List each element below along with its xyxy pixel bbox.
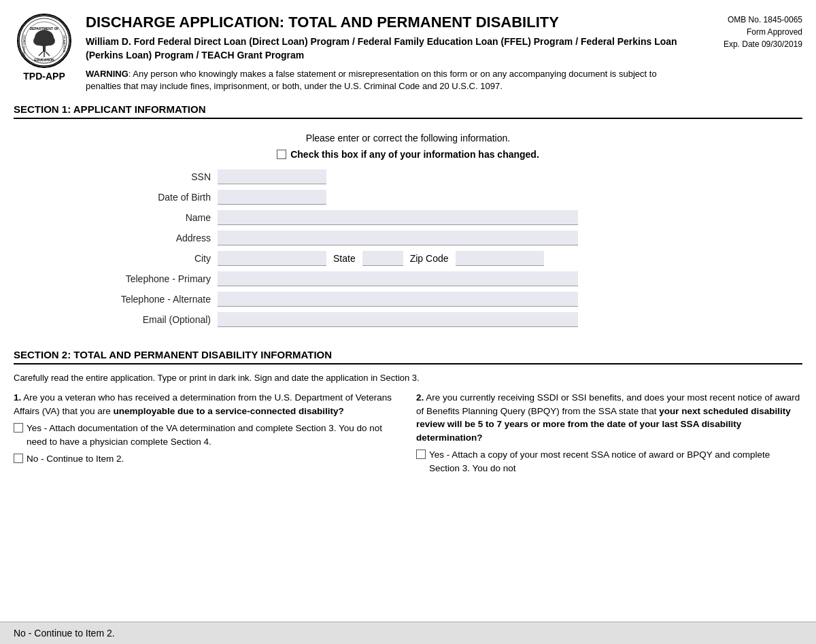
info-changed-row: Check this box if any of your informatio… [14,149,802,160]
question2-text: 2. Are you currently receiving SSDI or S… [416,391,802,444]
page-header: DEPARTMENT OF EDUCATION UNITED STATES OF… [14,14,802,92]
omb-expdate: Exp. Date 09/30/2019 [694,38,802,50]
city-label: City [14,253,218,264]
svg-text:UNITED STATES: UNITED STATES [22,35,26,56]
svg-text:OF AMERICA: OF AMERICA [63,35,66,52]
email-input[interactable] [218,312,578,327]
address-input[interactable] [218,231,578,245]
q2-yes-text: Yes - Attach a copy of your most recent … [429,448,802,475]
section2-note: Carefully read the entire application. T… [14,373,802,383]
name-label: Name [14,212,218,223]
info-changed-label: Check this box if any of your informatio… [290,149,539,160]
program-subtitle: William D. Ford Federal Direct Loan (Dir… [86,35,683,62]
form-instruction: Please enter or correct the following in… [14,133,802,143]
form-code: TPD-APP [23,71,65,82]
svg-text:EDUCATION: EDUCATION [34,58,54,62]
address-label: Address [14,233,218,243]
q1-yes-text: Yes - Attach documentation of the VA det… [27,422,400,448]
zip-input[interactable] [456,251,544,266]
section1-form: Please enter or correct the following in… [14,127,802,338]
header-content: DISCHARGE APPLICATION: TOTAL AND PERMANE… [86,14,683,92]
tel-alternate-label: Telephone - Alternate [14,294,218,305]
dob-row: Date of Birth [14,190,802,205]
svg-point-6 [44,36,55,46]
question2-col: 2. Are you currently receiving SSDI or S… [416,391,802,475]
omb-number: OMB No. 1845-0065 [694,14,802,26]
email-row: Email (Optional) [14,312,802,327]
section2-heading: SECTION 2: TOTAL AND PERMANENT DISABILIT… [14,349,802,365]
question1-text: 1. Are you a veteran who has received a … [14,391,400,418]
tel-primary-label: Telephone - Primary [14,273,218,284]
dob-label: Date of Birth [14,192,218,203]
q1-no-checkbox[interactable] [14,454,23,463]
state-input[interactable] [362,251,403,266]
tel-alternate-input[interactable] [218,292,578,307]
info-changed-checkbox[interactable] [277,150,286,159]
address-row: Address [14,231,802,245]
tel-primary-row: Telephone - Primary [14,271,802,286]
svg-point-5 [33,36,44,46]
ssn-row: SSN [14,169,802,184]
city-state-zip-row: City State Zip Code [14,251,802,266]
question1-col: 1. Are you a veteran who has received a … [14,391,400,475]
warning-label: WARNING [86,69,129,79]
q1-no-text: No - Continue to Item 2. [27,452,124,466]
svg-text:DEPARTMENT OF: DEPARTMENT OF [30,27,59,31]
section1-heading: SECTION 1: APPLICANT INFORMATION [14,103,802,119]
tel-alternate-row: Telephone - Alternate [14,292,802,307]
q2-yes-checkbox[interactable] [416,450,426,459]
state-label: State [330,253,358,264]
omb-approved: Form Approved [694,26,802,38]
zip-label: Zip Code [407,253,452,264]
warning-text: WARNING: Any person who knowingly makes … [86,68,683,92]
warning-body: : Any person who knowingly makes a false… [86,69,657,91]
city-state-zip-group: State Zip Code [218,251,544,266]
email-label: Email (Optional) [14,314,218,325]
department-seal: DEPARTMENT OF EDUCATION UNITED STATES OF… [17,14,71,68]
ssn-input[interactable] [218,169,326,184]
q1-yes-checkbox[interactable] [14,423,23,433]
ssn-label: SSN [14,171,218,182]
name-row: Name [14,210,802,225]
dob-input[interactable] [218,190,326,205]
city-input[interactable] [218,251,326,266]
omb-info: OMB No. 1845-0065 Form Approved Exp. Dat… [694,14,802,50]
name-input[interactable] [218,210,578,225]
q1-no-row: No - Continue to Item 2. [14,452,400,466]
page-title: DISCHARGE APPLICATION: TOTAL AND PERMANE… [86,14,683,31]
tel-primary-input[interactable] [218,271,578,286]
q1-yes-row: Yes - Attach documentation of the VA det… [14,422,400,448]
q2-yes-row: Yes - Attach a copy of your most recent … [416,448,802,475]
logo-area: DEPARTMENT OF EDUCATION UNITED STATES OF… [14,14,75,82]
section2-columns: 1. Are you a veteran who has received a … [14,391,802,475]
